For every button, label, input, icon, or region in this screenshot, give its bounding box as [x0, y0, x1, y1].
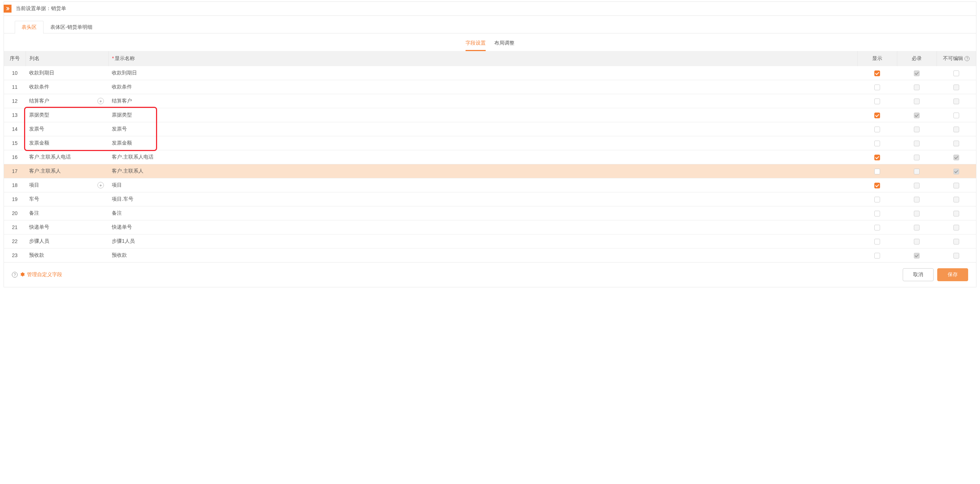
checkbox-required	[914, 154, 920, 160]
cell-required	[897, 164, 937, 178]
cell-display-name[interactable]: 步骤1人员	[108, 234, 858, 248]
cancel-button[interactable]: 取消	[903, 268, 934, 281]
checkbox-show[interactable]	[874, 141, 880, 146]
cell-locked	[937, 122, 976, 136]
cell-seq: 17	[4, 164, 25, 178]
cell-locked	[937, 136, 976, 150]
help-icon[interactable]: ?	[964, 56, 970, 61]
tab-top-1[interactable]: 表体区-销货单明细	[43, 21, 99, 33]
cell-locked	[937, 164, 976, 178]
manage-custom-fields-link[interactable]: 管理自定义字段	[27, 271, 62, 278]
cell-required	[897, 66, 937, 80]
checkbox-locked	[953, 141, 959, 146]
cell-seq: 13	[4, 108, 25, 122]
checkbox-required	[914, 183, 920, 188]
cell-show	[858, 234, 897, 248]
checkbox-required	[914, 169, 920, 174]
th-name: 列名	[25, 51, 108, 66]
cell-display-name[interactable]: 发票号	[108, 122, 858, 136]
cell-show	[858, 80, 897, 94]
checkbox-show[interactable]	[874, 127, 880, 132]
checkbox-locked	[953, 211, 959, 217]
help-icon[interactable]: ?	[12, 272, 18, 278]
checkbox-locked[interactable]	[953, 113, 959, 118]
top-tabs: 表头区表体区-销货单明细	[3, 16, 977, 33]
gear-icon	[20, 272, 25, 278]
checkbox-show[interactable]	[874, 169, 880, 174]
checkbox-required	[914, 239, 920, 245]
cell-locked	[937, 80, 976, 94]
checkbox-show[interactable]	[874, 211, 880, 217]
cell-required	[897, 248, 937, 263]
cell-seq: 20	[4, 206, 25, 220]
cell-name: 备注	[25, 206, 108, 220]
cell-display-name[interactable]: 收款条件	[108, 80, 858, 94]
table-row: 11收款条件收款条件	[4, 80, 976, 94]
expand-sidebar-button[interactable]	[3, 5, 11, 13]
th-display: *显示名称	[108, 51, 858, 66]
cell-display-name[interactable]: 票据类型	[108, 108, 858, 122]
table-row: 14发票号发票号	[4, 122, 976, 136]
checkbox-required	[914, 197, 920, 202]
checkbox-show[interactable]	[874, 154, 880, 160]
plus-icon[interactable]: +	[97, 98, 104, 104]
cell-locked	[937, 248, 976, 263]
cell-display-name[interactable]: 结算客户	[108, 94, 858, 108]
cell-name: 发票号	[25, 122, 108, 136]
cell-locked	[937, 178, 976, 193]
cell-display-name[interactable]: 快递单号	[108, 220, 858, 234]
cell-locked	[937, 108, 976, 122]
checkbox-show[interactable]	[874, 253, 880, 258]
table-row: 18项目+项目	[4, 178, 976, 193]
checkbox-locked[interactable]	[953, 70, 959, 76]
table-row: 12结算客户+结算客户	[4, 94, 976, 108]
cell-required	[897, 108, 937, 122]
checkbox-locked	[953, 99, 959, 104]
cell-display-name[interactable]: 项目.车号	[108, 193, 858, 206]
checkbox-show[interactable]	[874, 225, 880, 231]
checkbox-locked	[953, 84, 959, 90]
sub-tab-1[interactable]: 布局调整	[494, 40, 514, 51]
footer: ? 管理自定义字段 取消 保存	[3, 263, 977, 287]
checkbox-show[interactable]	[874, 70, 880, 76]
checkbox-show[interactable]	[874, 84, 880, 90]
cell-display-name[interactable]: 发票金额	[108, 136, 858, 150]
table-row: 16客户.主联系人电话客户.主联系人电话	[4, 150, 976, 164]
cell-display-name[interactable]: 项目	[108, 178, 858, 193]
cell-required	[897, 136, 937, 150]
cell-display-name[interactable]: 客户.主联系人电话	[108, 150, 858, 164]
th-locked: 不可编辑?	[937, 51, 976, 66]
checkbox-show[interactable]	[874, 197, 880, 202]
cell-show	[858, 150, 897, 164]
checkbox-required	[914, 113, 920, 118]
checkbox-show[interactable]	[874, 183, 880, 188]
cell-locked	[937, 193, 976, 206]
cell-display-name[interactable]: 收款到期日	[108, 66, 858, 80]
tab-top-0[interactable]: 表头区	[15, 21, 43, 33]
field-table: 序号 列名 *显示名称 显示 必录 不可编辑? 10收款到期日收款到期日11收款…	[3, 51, 977, 263]
cell-name: 项目+	[25, 178, 108, 193]
cell-seq: 16	[4, 150, 25, 164]
save-button[interactable]: 保存	[937, 268, 968, 281]
plus-icon[interactable]: +	[97, 182, 104, 188]
required-star-icon: *	[112, 56, 114, 61]
cell-show	[858, 178, 897, 193]
checkbox-show[interactable]	[874, 99, 880, 104]
checkbox-locked	[953, 197, 959, 202]
cell-display-name[interactable]: 客户.主联系人	[108, 164, 858, 178]
checkbox-show[interactable]	[874, 113, 880, 118]
checkbox-locked	[953, 253, 959, 258]
sub-tab-0[interactable]: 字段设置	[466, 40, 486, 51]
cell-show	[858, 66, 897, 80]
cell-locked	[937, 66, 976, 80]
cell-name: 收款条件	[25, 80, 108, 94]
table-row: 17客户.主联系人客户.主联系人	[4, 164, 976, 178]
checkbox-show[interactable]	[874, 239, 880, 245]
cell-display-name[interactable]: 备注	[108, 206, 858, 220]
cell-name: 预收款	[25, 248, 108, 263]
table-row: 21快递单号快递单号	[4, 220, 976, 234]
cell-seq: 15	[4, 136, 25, 150]
cell-show	[858, 193, 897, 206]
cell-show	[858, 164, 897, 178]
cell-display-name[interactable]: 预收款	[108, 248, 858, 263]
